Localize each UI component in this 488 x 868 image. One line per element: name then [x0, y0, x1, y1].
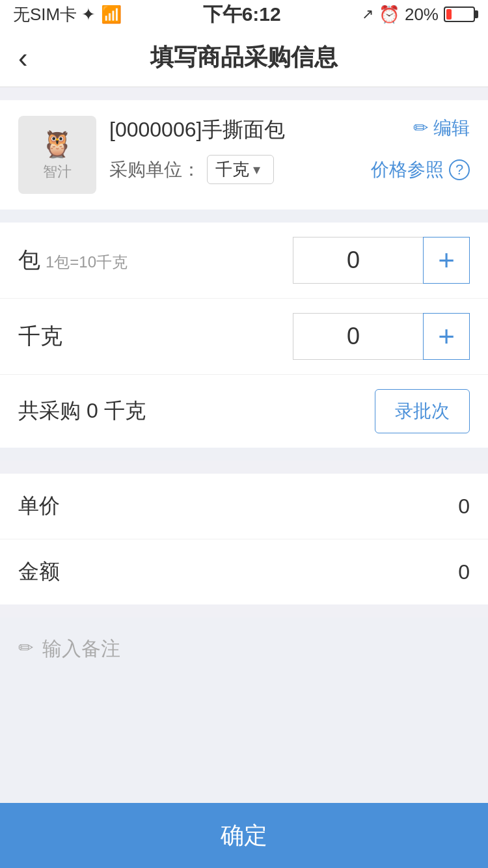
kg-input-row: 千克 +	[0, 299, 488, 375]
edit-button[interactable]: ✏ 编辑	[413, 116, 470, 141]
confirm-button[interactable]: 确定	[0, 803, 488, 868]
no-sim-label: 无SIM卡 ✦	[13, 3, 96, 26]
product-thumbnail: 🦉 智汁	[18, 116, 96, 194]
remark-area[interactable]: ✏ 输入备注	[0, 617, 488, 683]
product-thumb-icon: 🦉	[41, 129, 74, 159]
battery-pct: 20%	[405, 5, 439, 25]
bag-sublabel: 1包=10千克	[46, 253, 128, 271]
batch-button[interactable]: 录批次	[375, 389, 470, 433]
kg-label: 千克	[18, 321, 293, 351]
amount-label: 金额	[18, 558, 60, 586]
product-header: [0000006]手撕面包 ✏ 编辑	[109, 116, 470, 144]
price-ref-help-icon: ?	[449, 159, 470, 180]
unit-label: 采购单位： 千克 ▾	[109, 155, 274, 184]
bag-plus-button[interactable]: +	[423, 237, 470, 284]
nav-bar: ‹ 填写商品采购信息	[0, 29, 488, 87]
location-icon: ↗	[362, 6, 373, 23]
bag-input-row: 包1包=10千克 +	[0, 223, 488, 299]
remark-placeholder: 输入备注	[42, 636, 120, 662]
section-divider-2	[0, 448, 488, 461]
summary-text: 共采购 0 千克	[18, 397, 146, 426]
kg-qty-wrap: +	[293, 313, 470, 360]
price-ref-label: 价格参照	[371, 157, 444, 182]
product-thumb-label: 智汁	[43, 162, 72, 182]
price-ref-button[interactable]: 价格参照 ?	[371, 157, 470, 182]
unit-value: 千克	[215, 158, 249, 181]
kg-plus-button[interactable]: +	[423, 313, 470, 360]
bag-qty-wrap: +	[293, 237, 470, 284]
bag-label: 包1包=10千克	[18, 245, 293, 275]
kg-qty-input[interactable]	[293, 313, 423, 360]
remark-icon: ✏	[18, 637, 33, 658]
amount-row: 金额 0	[0, 539, 488, 604]
product-info: [0000006]手撕面包 ✏ 编辑 采购单位： 千克 ▾ 价格参照 ?	[109, 116, 470, 184]
battery-icon	[444, 7, 475, 22]
alarm-icon: ⏰	[379, 5, 400, 25]
status-right: ↗ ⏰ 20%	[362, 5, 475, 25]
product-card: 🦉 智汁 [0000006]手撕面包 ✏ 编辑 采购单位： 千克 ▾ 价格参照 …	[0, 100, 488, 210]
unit-price-value: 0	[458, 495, 470, 519]
unit-arrow-icon: ▾	[253, 161, 260, 178]
unit-price-row: 单价 0	[0, 474, 488, 539]
status-bar: 无SIM卡 ✦ 📶 下午6:12 ↗ ⏰ 20%	[0, 0, 488, 29]
amount-value: 0	[458, 560, 470, 584]
summary-row: 共采购 0 千克 录批次	[0, 375, 488, 448]
unit-price-label: 单价	[18, 492, 60, 521]
input-section: 包1包=10千克 + 千克 +	[0, 223, 488, 375]
product-meta: 采购单位： 千克 ▾ 价格参照 ?	[109, 155, 470, 184]
bag-qty-input[interactable]	[293, 237, 423, 284]
wifi-icon: 📶	[101, 5, 122, 25]
status-left: 无SIM卡 ✦ 📶	[13, 3, 122, 26]
pricing-section: 单价 0 金额 0	[0, 474, 488, 604]
back-button[interactable]: ‹	[18, 44, 28, 72]
page-title: 填写商品采购信息	[150, 42, 338, 74]
unit-select[interactable]: 千克 ▾	[207, 155, 274, 184]
section-divider-1	[0, 210, 488, 223]
status-time: 下午6:12	[203, 1, 281, 28]
product-name: [0000006]手撕面包	[109, 116, 413, 144]
